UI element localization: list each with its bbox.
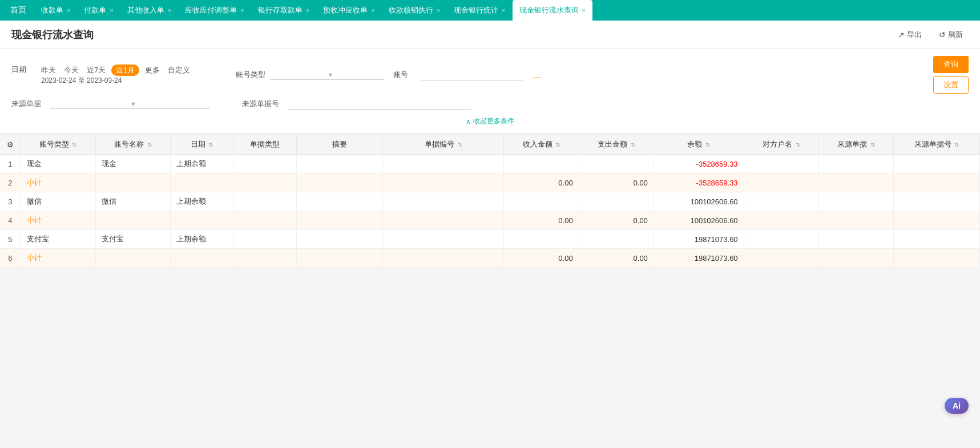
col-gear[interactable]: ⚙	[0, 135, 21, 155]
close-icon[interactable]: ×	[582, 7, 586, 14]
more-options-button[interactable]: ...	[533, 69, 541, 81]
close-icon[interactable]: ×	[240, 7, 244, 14]
table-row[interactable]: 4小计0.000.00100102606.60	[0, 211, 980, 230]
cell-empty	[170, 173, 233, 192]
table-cell	[893, 192, 979, 211]
nav-tab-receipt[interactable]: 收款单 ×	[34, 0, 77, 21]
shortcut-custom[interactable]: 自定义	[166, 64, 192, 76]
col-source-doc-no[interactable]: 来源单据号 ⇅	[893, 135, 979, 155]
table-cell	[579, 230, 654, 249]
nav-tab-home[interactable]: 首页	[2, 0, 34, 21]
cell-expense: 0.00	[579, 211, 654, 230]
sort-icon: ⇅	[555, 142, 560, 148]
chevron-down-icon: ▼	[327, 71, 381, 78]
table-cell	[504, 230, 579, 249]
col-source-doc[interactable]: 来源单据 ⇅	[818, 135, 893, 155]
col-account-type-label: 账号类型	[39, 140, 69, 148]
table-cell	[383, 230, 504, 249]
table-cell	[297, 192, 383, 211]
cash-flow-table: ⚙ 账号类型 ⇅ 账号名称 ⇅ 日期 ⇅ 单据类型 摘要	[0, 135, 980, 268]
nav-tab-payment-label: 付款单	[84, 5, 106, 15]
export-button[interactable]: ↗ 导出	[892, 27, 927, 42]
cell-empty	[383, 211, 504, 230]
close-icon[interactable]: ×	[110, 7, 113, 14]
source-doc-no-input[interactable]	[292, 99, 467, 108]
table-cell	[383, 155, 504, 173]
date-range-display: 2023-02-24 至 2023-03-24	[41, 76, 192, 86]
sort-icon: ⇅	[631, 142, 635, 148]
close-icon[interactable]: ×	[306, 7, 309, 14]
sort-icon: ⇅	[870, 142, 875, 148]
cell-empty	[297, 211, 383, 230]
col-date[interactable]: 日期 ⇅	[170, 135, 233, 155]
table-cell	[893, 155, 979, 173]
filter-row-source: 来源单据 ▼ 来源单据号	[11, 98, 969, 110]
nav-tab-cash-flow[interactable]: 现金银行流水查询 ×	[513, 0, 592, 21]
shortcut-more[interactable]: 更多	[143, 64, 162, 76]
date-filter-group: 日期 昨天 今天 近7天 近1月 更多 自定义 2023-02-24 至 202…	[11, 64, 192, 86]
table-cell: 现金	[21, 155, 95, 173]
col-income[interactable]: 收入金额 ⇅	[504, 135, 579, 155]
gear-icon: ⚙	[7, 140, 14, 149]
col-balance[interactable]: 余额 ⇅	[654, 135, 744, 155]
nav-tab-ar-adjust[interactable]: 应收应付调整单 ×	[178, 0, 251, 21]
shortcut-yesterday[interactable]: 昨天	[39, 64, 58, 76]
cell-income: 0.00	[504, 211, 579, 230]
table-row[interactable]: 2小计0.000.00-3528659.33	[0, 173, 980, 192]
close-icon[interactable]: ×	[371, 7, 374, 14]
date-shortcuts: 昨天 今天 近7天 近1月 更多 自定义	[39, 64, 192, 76]
account-filter-group: 账号 ...	[393, 69, 541, 81]
col-account-name[interactable]: 账号名称 ⇅	[95, 135, 170, 155]
col-doc-type[interactable]: 单据类型	[233, 135, 297, 155]
cell-rownum: 6	[0, 249, 21, 268]
nav-tab-prepayment[interactable]: 预收冲应收单 ×	[316, 0, 381, 21]
cell-empty	[818, 211, 893, 230]
table-cell	[818, 230, 893, 249]
cell-empty	[893, 173, 979, 192]
col-counterpart[interactable]: 对方户名 ⇅	[744, 135, 818, 155]
nav-tab-bank-deposit-label: 银行存取款单	[258, 5, 303, 15]
shortcut-7days[interactable]: 近7天	[84, 64, 108, 76]
close-icon[interactable]: ×	[168, 7, 171, 14]
close-icon[interactable]: ×	[67, 7, 70, 14]
table-cell	[504, 192, 579, 211]
table-container: ⚙ 账号类型 ⇅ 账号名称 ⇅ 日期 ⇅ 单据类型 摘要	[0, 135, 980, 268]
shortcut-1month[interactable]: 近1月	[111, 64, 139, 76]
table-row[interactable]: 1现金现金上期余额-3528659.33	[0, 155, 980, 173]
col-expense[interactable]: 支出金额 ⇅	[579, 135, 654, 155]
settings-button[interactable]: 设置	[933, 76, 969, 94]
table-row[interactable]: 6小计0.000.0019871073.60	[0, 249, 980, 268]
col-account-type[interactable]: 账号类型 ⇅	[21, 135, 95, 155]
col-account-name-label: 账号名称	[114, 140, 144, 148]
collapse-label: 收起更多条件	[473, 116, 514, 126]
col-summary[interactable]: 摘要	[297, 135, 383, 155]
nav-tab-payment[interactable]: 付款单 ×	[77, 0, 120, 21]
close-icon[interactable]: ×	[437, 7, 440, 14]
nav-tab-other-income[interactable]: 其他收入单 ×	[120, 0, 178, 21]
cell-empty	[744, 173, 818, 192]
source-doc-select[interactable]: ▼	[50, 99, 210, 109]
shortcut-today[interactable]: 今天	[62, 64, 81, 76]
sort-icon: ⇅	[705, 142, 710, 148]
account-type-select[interactable]: ▼	[270, 70, 384, 80]
cell-empty	[95, 173, 170, 192]
source-doc-no-input-wrap	[288, 98, 471, 110]
close-icon[interactable]: ×	[502, 7, 505, 14]
account-input[interactable]	[424, 70, 520, 79]
cell-subtotal-label: 小计	[21, 249, 95, 268]
action-buttons: 查询 设置	[933, 56, 969, 94]
col-doc-no[interactable]: 单据编号 ⇅	[383, 135, 504, 155]
sort-icon: ⇅	[796, 142, 800, 148]
table-row[interactable]: 5支付宝支付宝上期余额19871073.60	[0, 230, 980, 249]
collapse-bar[interactable]: ∧ 收起更多条件	[11, 114, 969, 127]
cell-empty	[297, 173, 383, 192]
table-row[interactable]: 3微信微信上期余额100102606.60	[0, 192, 980, 211]
nav-tab-write-off-label: 收款核销执行	[389, 5, 433, 15]
query-button[interactable]: 查询	[933, 56, 969, 73]
nav-tab-bank-deposit[interactable]: 银行存取款单 ×	[251, 0, 316, 21]
refresh-button[interactable]: ↺ 刷新	[933, 27, 969, 42]
source-doc-label: 来源单据	[11, 99, 41, 109]
account-type-filter-group: 账号类型 ▼	[236, 70, 384, 80]
nav-tab-cash-stat[interactable]: 现金银行统计 ×	[447, 0, 512, 21]
nav-tab-write-off[interactable]: 收款核销执行 ×	[382, 0, 447, 21]
